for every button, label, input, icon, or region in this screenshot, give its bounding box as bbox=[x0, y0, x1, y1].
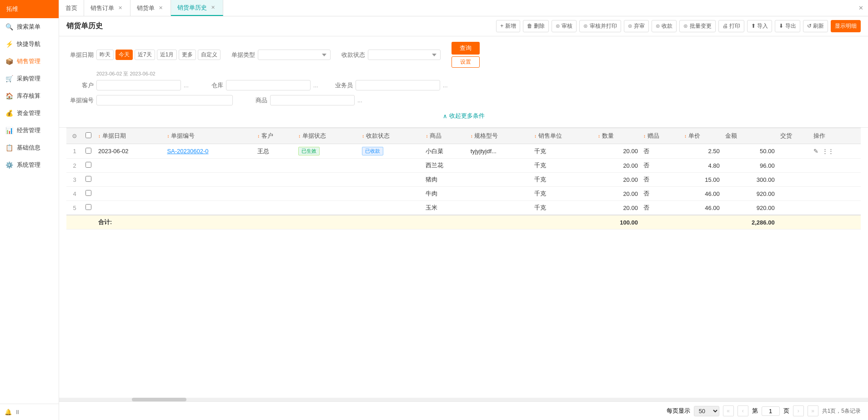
date-btn-custom[interactable]: 自定义 bbox=[198, 50, 221, 60]
sidebar-item-purchase-mgmt[interactable]: 🛒 采购管理 bbox=[0, 70, 59, 87]
audit-button[interactable]: ⊙ 审核 bbox=[552, 20, 577, 32]
sidebar-item-finance[interactable]: 💰 资金管理 bbox=[0, 105, 59, 122]
doc-type-label: 单据类型 bbox=[228, 51, 255, 59]
more-icon[interactable]: ⋮⋮ bbox=[822, 148, 834, 155]
cell-amount: 300.00 bbox=[722, 173, 778, 187]
collect-button[interactable]: ⊙ 收款 bbox=[652, 20, 677, 32]
sidebar-item-search-menu[interactable]: 🔍 搜索菜单 bbox=[0, 18, 59, 35]
staff-input[interactable] bbox=[356, 80, 440, 90]
warehouse-input[interactable] bbox=[226, 80, 311, 90]
date-btn-1month[interactable]: 近1月 bbox=[157, 50, 177, 60]
page-prev-btn[interactable]: ‹ bbox=[738, 405, 748, 416]
th-unit[interactable]: ↕ 销售单位 bbox=[532, 128, 595, 144]
page-content: 销货单历史 + 新增 🗑 删除 ⊙ 审核 ⊙ 审核并打印 ⊙ 弃审 ⊙ 收款 ⊙… bbox=[59, 16, 868, 420]
th-date[interactable]: ↕ 单据日期 bbox=[95, 128, 164, 144]
doc-no-link[interactable]: SA-20230602-0 bbox=[167, 148, 208, 155]
delete-button[interactable]: 🗑 删除 bbox=[523, 20, 549, 32]
horizontal-scrollbar[interactable] bbox=[59, 398, 868, 401]
query-button[interactable]: 查询 bbox=[452, 42, 480, 55]
th-customer[interactable]: ↕ 客户 bbox=[255, 128, 296, 144]
date-btn-yesterday[interactable]: 昨天 bbox=[96, 50, 114, 60]
th-gift[interactable]: ↕ 赠品 bbox=[641, 128, 682, 144]
row-checkbox[interactable] bbox=[85, 190, 91, 196]
th-payment-status[interactable]: ↕ 收款状态 bbox=[359, 128, 423, 144]
cell-doc-no[interactable]: SA-20230602-0 bbox=[164, 144, 255, 159]
tab-sales-order-close[interactable]: ✕ bbox=[117, 5, 124, 11]
tab-sales-history[interactable]: 销货单历史 ✕ bbox=[171, 0, 223, 16]
cell-rownum: 4 bbox=[66, 187, 83, 201]
th-checkbox[interactable] bbox=[83, 128, 95, 144]
per-page-select[interactable]: 50 100 200 bbox=[694, 406, 719, 416]
page-title: 销货单历史 bbox=[66, 21, 103, 31]
table-container: ⚙ ↕ 单据日期 ↕ 单据编号 ↕ 客户 ↕ 单据状态 ↕ 收款状态 ↕ 商品 … bbox=[59, 128, 868, 398]
abandon-button[interactable]: ⊙ 弃审 bbox=[624, 20, 649, 32]
date-btn-more[interactable]: 更多 bbox=[179, 50, 196, 60]
sidebar-item-system[interactable]: ⚙️ 系统管理 bbox=[0, 156, 59, 174]
select-all-checkbox[interactable] bbox=[85, 132, 91, 138]
sidebar-item-label: 经营管理 bbox=[17, 126, 40, 135]
cell-checkbox[interactable] bbox=[83, 144, 95, 159]
cell-rownum: 5 bbox=[66, 201, 83, 215]
edit-icon[interactable]: ✎ bbox=[813, 148, 818, 155]
date-btn-today[interactable]: 今天 bbox=[115, 50, 133, 60]
staff-label: 业务员 bbox=[326, 81, 353, 90]
notification-btn[interactable]: 🔔 bbox=[5, 409, 12, 415]
import-button[interactable]: ⬆ 导入 bbox=[747, 20, 772, 32]
th-spec[interactable]: ↕ 规格型号 bbox=[468, 128, 532, 144]
row-checkbox[interactable] bbox=[85, 162, 91, 168]
audit-print-button[interactable]: ⊙ 审核并打印 bbox=[579, 20, 621, 32]
refresh-button[interactable]: ↺ 刷新 bbox=[803, 20, 828, 32]
cell-action bbox=[811, 173, 861, 187]
tab-home[interactable]: 首页 bbox=[59, 0, 84, 16]
scrollbar-thumb[interactable] bbox=[132, 398, 186, 401]
sidebar-item-sales-mgmt[interactable]: 📦 销售管理 bbox=[0, 53, 59, 70]
row-checkbox[interactable] bbox=[85, 204, 91, 210]
row-checkbox[interactable] bbox=[85, 176, 91, 182]
tab-sales-history-close[interactable]: ✕ bbox=[210, 4, 216, 11]
th-doc-no[interactable]: ↕ 单据编号 bbox=[164, 128, 255, 144]
tab-sales-delivery-close[interactable]: ✕ bbox=[157, 5, 164, 11]
page-next-btn[interactable]: › bbox=[793, 405, 804, 416]
customer-input[interactable] bbox=[96, 80, 181, 90]
doc-no-input[interactable] bbox=[96, 95, 233, 105]
payment-status-select[interactable] bbox=[368, 50, 441, 60]
cell-checkbox[interactable] bbox=[83, 187, 95, 201]
th-price[interactable]: ↕ 单价 bbox=[682, 128, 722, 144]
sidebar-item-basic-info[interactable]: 📋 基础信息 bbox=[0, 139, 59, 156]
th-goods[interactable]: ↕ 商品 bbox=[423, 128, 467, 144]
show-detail-button[interactable]: 显示明细 bbox=[831, 20, 861, 32]
table-body: 12023-06-02SA-20230602-0王总已生效已收款小白菜tyjyj… bbox=[66, 144, 861, 215]
print-button[interactable]: 🖨 打印 bbox=[718, 20, 744, 32]
cell-checkbox[interactable] bbox=[83, 201, 95, 215]
cell-checkbox[interactable] bbox=[83, 159, 95, 173]
batch-change-button[interactable]: ⊙ 批量变更 bbox=[679, 20, 715, 32]
page-input[interactable] bbox=[762, 406, 780, 416]
goods-input[interactable] bbox=[270, 95, 355, 105]
row-checkbox[interactable] bbox=[85, 148, 91, 154]
payment-status-badge: 已收款 bbox=[362, 147, 383, 155]
sidebar-item-operations[interactable]: 📊 经营管理 bbox=[0, 122, 59, 139]
date-btn-7days[interactable]: 近7天 bbox=[135, 50, 155, 60]
export-button[interactable]: ⬇ 导出 bbox=[775, 20, 800, 32]
tab-sales-order[interactable]: 销售订单 ✕ bbox=[84, 0, 130, 16]
th-doc-status[interactable]: ↕ 单据状态 bbox=[296, 128, 359, 144]
th-gear[interactable]: ⚙ bbox=[66, 128, 83, 144]
staff-dots[interactable]: ... bbox=[443, 82, 448, 89]
customer-dots[interactable]: ... bbox=[184, 82, 189, 89]
page-first-btn[interactable]: « bbox=[723, 405, 734, 416]
cell-trade bbox=[778, 201, 811, 215]
new-button[interactable]: + 新增 bbox=[496, 20, 520, 32]
th-qty[interactable]: ↕ 数量 bbox=[595, 128, 641, 144]
doc-type-select[interactable] bbox=[258, 50, 331, 60]
goods-dots[interactable]: ... bbox=[357, 97, 362, 104]
sidebar-item-inventory[interactable]: 🏠 库存核算 bbox=[0, 87, 59, 105]
collapse-button[interactable]: ∧ 收起更多条件 bbox=[66, 110, 861, 122]
cell-checkbox[interactable] bbox=[83, 173, 95, 187]
warehouse-dots[interactable]: ... bbox=[313, 82, 318, 89]
sidebar-item-quick-nav[interactable]: ⚡ 快捷导航 bbox=[0, 35, 59, 53]
pause-btn[interactable]: ⏸ bbox=[15, 409, 20, 415]
set-button[interactable]: 设置 bbox=[452, 56, 480, 68]
tab-sales-delivery[interactable]: 销货单 ✕ bbox=[130, 0, 171, 16]
page-last-btn[interactable]: » bbox=[808, 405, 818, 416]
tab-bar-close[interactable]: ✕ bbox=[858, 5, 868, 11]
